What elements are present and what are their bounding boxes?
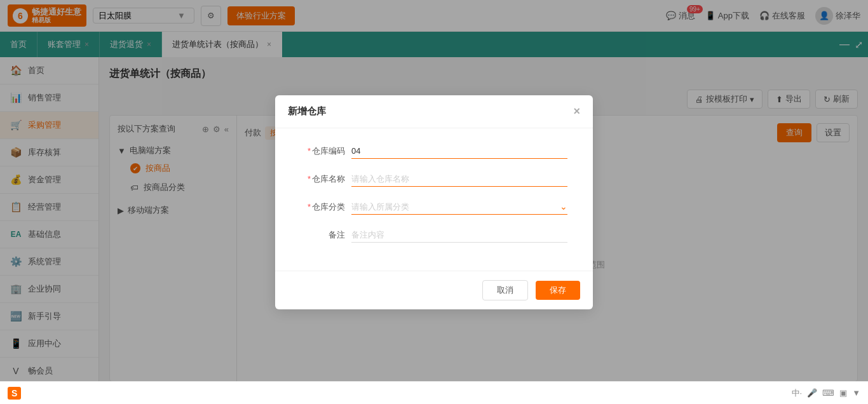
save-button[interactable]: 保存 [536,281,580,300]
warehouse-category-row: 仓库分类 ⌄ [301,199,567,215]
modal-body: 仓库编码 仓库名称 仓库分类 ⌄ 备注 [275,128,593,271]
status-bar-left: S [8,387,21,400]
warehouse-name-label: 仓库名称 [301,173,345,185]
status-arrow-icon[interactable]: ▼ [852,388,860,398]
category-dropdown-icon[interactable]: ⌄ [560,201,567,212]
warehouse-category-wrapper: ⌄ [351,199,567,215]
modal-close-button[interactable]: × [573,105,580,117]
warehouse-name-input[interactable] [351,172,567,187]
warehouse-note-label: 备注 [301,229,345,241]
warehouse-category-input[interactable] [351,199,560,214]
warehouse-code-label: 仓库编码 [301,145,345,157]
modal-title: 新增仓库 [288,105,326,118]
modal-footer: 取消 保存 [275,271,593,309]
status-grid-icon[interactable]: ▣ [839,388,847,398]
warehouse-category-label: 仓库分类 [301,201,345,213]
warehouse-note-row: 备注 [301,227,567,243]
modal-overlay: 新增仓库 × 仓库编码 仓库名称 仓库分类 ⌄ [0,0,868,404]
status-bar-right: 中· 🎤 ⌨ ▣ ▼ [792,387,861,399]
warehouse-code-row: 仓库编码 [301,144,567,159]
new-warehouse-modal: 新增仓库 × 仓库编码 仓库名称 仓库分类 ⌄ [275,95,593,309]
warehouse-name-row: 仓库名称 [301,172,567,187]
status-lang[interactable]: 中· [792,387,803,399]
status-bar: S 中· 🎤 ⌨ ▣ ▼ [0,381,868,404]
warehouse-code-input[interactable] [351,144,567,159]
modal-header: 新增仓库 × [275,95,593,128]
cancel-button[interactable]: 取消 [482,280,528,300]
status-logo: S [8,387,21,400]
status-mic-icon[interactable]: 🎤 [807,388,817,398]
warehouse-note-input[interactable] [351,227,567,243]
status-keyboard-icon[interactable]: ⌨ [822,388,834,398]
